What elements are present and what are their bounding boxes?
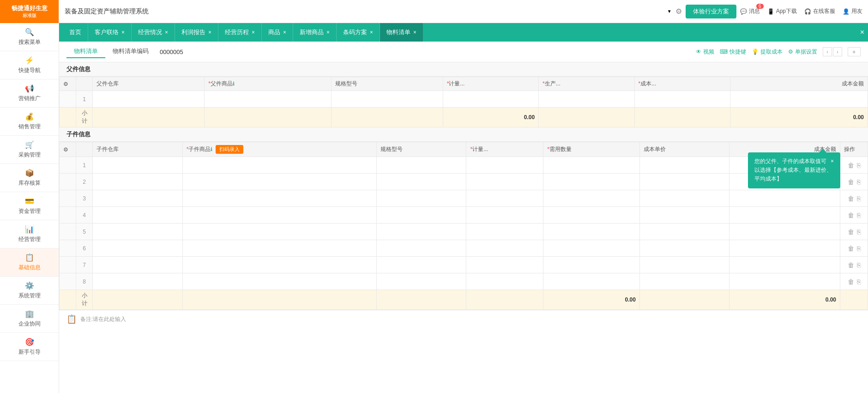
nav-tab-close-icon[interactable]: × xyxy=(252,29,255,36)
child-row-unit-cost-cell[interactable] xyxy=(639,157,729,174)
tooltip-close-button[interactable]: × xyxy=(831,157,834,166)
nav-tab-home[interactable]: 首页 xyxy=(63,23,88,42)
child-row-product-cell[interactable] xyxy=(182,240,376,257)
child-row-spec-cell[interactable] xyxy=(376,240,466,257)
child-row-product-cell[interactable] xyxy=(182,224,376,240)
sidebar-item-purchase[interactable]: 🛒 采购管理 xyxy=(0,136,59,164)
child-row-unit-cost-cell[interactable] xyxy=(639,190,729,207)
sidebar-item-search[interactable]: 🔍 搜索菜单 xyxy=(0,23,59,51)
shortcut-action[interactable]: ⌨ 快捷键 xyxy=(720,48,746,56)
child-row-unit-cost-cell[interactable] xyxy=(639,207,729,224)
sidebar-item-sales[interactable]: 💰 销售管理 xyxy=(0,108,59,136)
sub-tab-material-list[interactable]: 物料清单 xyxy=(66,45,105,58)
child-row-warehouse-cell[interactable] xyxy=(93,190,183,207)
child-row-product-cell[interactable] xyxy=(182,157,376,174)
child-row-warehouse-cell[interactable] xyxy=(93,240,183,257)
nav-tab-material[interactable]: 物料清单 × xyxy=(380,23,423,42)
scan-button[interactable]: 扫码录入 xyxy=(216,145,243,154)
copy-icon[interactable]: ⎘ xyxy=(857,178,861,186)
child-row-spec-cell[interactable] xyxy=(376,273,466,290)
child-row-product-cell[interactable] xyxy=(182,273,376,290)
child-row-quantity-cell[interactable] xyxy=(543,257,640,273)
child-row-warehouse-cell[interactable] xyxy=(93,224,183,240)
sidebar-item-basic-info[interactable]: 📋 基础信息 xyxy=(0,248,59,277)
nav-tab-close-icon[interactable]: × xyxy=(121,29,125,36)
child-row-product-cell[interactable] xyxy=(182,257,376,273)
child-row-quantity-cell[interactable] xyxy=(543,157,640,174)
nav-tab-close-icon[interactable]: × xyxy=(165,29,168,36)
nav-tab-products[interactable]: 商品 × xyxy=(262,23,293,42)
nav-tab-operations[interactable]: 经营情况 × xyxy=(132,23,175,42)
child-row-spec-cell[interactable] xyxy=(376,190,466,207)
child-row-unit-cell[interactable] xyxy=(466,157,543,174)
delete-icon[interactable]: 🗑 xyxy=(848,245,854,252)
message-action[interactable]: 💬 6 消息 xyxy=(740,7,760,15)
nav-tab-close-icon[interactable]: × xyxy=(283,29,286,36)
child-row-quantity-cell[interactable] xyxy=(543,190,640,207)
sidebar-item-quick-nav[interactable]: ⚡ 快捷导航 xyxy=(0,51,59,79)
settings-gear-icon[interactable]: ⚙ xyxy=(675,7,682,16)
child-row-warehouse-cell[interactable] xyxy=(93,174,183,190)
child-th-settings[interactable]: ⚙ xyxy=(60,142,76,157)
parent-row-unit-cell[interactable] xyxy=(443,91,538,108)
parent-row-cost-cell[interactable] xyxy=(634,91,730,108)
parent-row-product-cell[interactable] xyxy=(205,91,331,108)
parent-th-settings[interactable]: ⚙ xyxy=(60,77,76,91)
child-row-warehouse-cell[interactable] xyxy=(93,157,183,174)
note-text[interactable]: 备注:请在此处输入 xyxy=(80,315,126,323)
child-row-spec-cell[interactable] xyxy=(376,174,466,190)
nav-tabs-close-all-icon[interactable]: × xyxy=(860,28,864,36)
child-row-quantity-cell[interactable] xyxy=(543,240,640,257)
child-row-unit-cell[interactable] xyxy=(466,273,543,290)
view-action[interactable]: 👁 视频 xyxy=(696,48,714,56)
copy-icon[interactable]: ⎘ xyxy=(857,212,861,219)
nav-tab-close-icon[interactable]: × xyxy=(370,29,373,36)
next-arrow[interactable]: › xyxy=(833,47,842,56)
child-row-quantity-cell[interactable] xyxy=(543,174,640,190)
nav-tab-close-icon[interactable]: × xyxy=(413,29,416,36)
child-row-quantity-cell[interactable] xyxy=(543,224,640,240)
prev-arrow[interactable]: ‹ xyxy=(823,47,832,56)
child-row-product-cell[interactable] xyxy=(182,207,376,224)
child-row-unit-cell[interactable] xyxy=(466,240,543,257)
nav-tab-profit[interactable]: 利润报告 × xyxy=(175,23,218,42)
user-action[interactable]: 👤 用友 xyxy=(843,7,862,15)
child-row-unit-cost-cell[interactable] xyxy=(639,224,729,240)
delete-icon[interactable]: 🗑 xyxy=(848,162,854,169)
sub-tab-material-code[interactable]: 物料清单编码 xyxy=(105,45,156,58)
child-row-warehouse-cell[interactable] xyxy=(93,257,183,273)
delete-icon[interactable]: 🗑 xyxy=(848,178,854,186)
copy-icon[interactable]: ⎘ xyxy=(857,245,861,252)
sidebar-item-finance[interactable]: 💳 资金管理 xyxy=(0,192,59,220)
child-row-warehouse-cell[interactable] xyxy=(93,207,183,224)
child-row-unit-cell[interactable] xyxy=(466,257,543,273)
child-row-warehouse-cell[interactable] xyxy=(93,273,183,290)
sidebar-item-marketing[interactable]: 📢 营销推广 xyxy=(0,79,59,108)
copy-icon[interactable]: ⎘ xyxy=(857,162,861,169)
child-row-unit-cost-cell[interactable] xyxy=(639,257,729,273)
parent-row-warehouse-cell[interactable] xyxy=(93,91,205,108)
child-row-spec-cell[interactable] xyxy=(376,224,466,240)
sidebar-item-enterprise[interactable]: 🏢 企业协同 xyxy=(0,305,59,333)
nav-tab-customers[interactable]: 客户联络 × xyxy=(88,23,132,42)
app-download-action[interactable]: 📱 App下载 xyxy=(767,7,797,15)
child-row-unit-cost-cell[interactable] xyxy=(639,174,729,190)
child-row-spec-cell[interactable] xyxy=(376,207,466,224)
delete-icon[interactable]: 🗑 xyxy=(848,212,854,219)
copy-icon[interactable]: ⎘ xyxy=(857,195,861,202)
copy-icon[interactable]: ⎘ xyxy=(857,261,861,269)
copy-icon[interactable]: ⎘ xyxy=(857,278,861,285)
online-service-action[interactable]: 🎧 在线客服 xyxy=(804,7,835,15)
sidebar-item-guide[interactable]: 🎯 新手引导 xyxy=(0,333,59,361)
delete-icon[interactable]: 🗑 xyxy=(848,195,854,202)
child-row-quantity-cell[interactable] xyxy=(543,207,640,224)
child-row-spec-cell[interactable] xyxy=(376,257,466,273)
extract-cost-action[interactable]: 💡 提取成本 xyxy=(752,48,783,56)
delete-icon[interactable]: 🗑 xyxy=(848,278,854,285)
sidebar-item-operations[interactable]: 📊 经营管理 xyxy=(0,220,59,248)
child-row-product-cell[interactable] xyxy=(182,174,376,190)
try-button[interactable]: 体验行业方案 xyxy=(686,5,736,18)
single-settings-action[interactable]: ⚙ 单据设置 xyxy=(788,48,817,56)
nav-tab-history[interactable]: 经营历程 × xyxy=(218,23,262,42)
copy-icon[interactable]: ⎘ xyxy=(857,228,861,236)
